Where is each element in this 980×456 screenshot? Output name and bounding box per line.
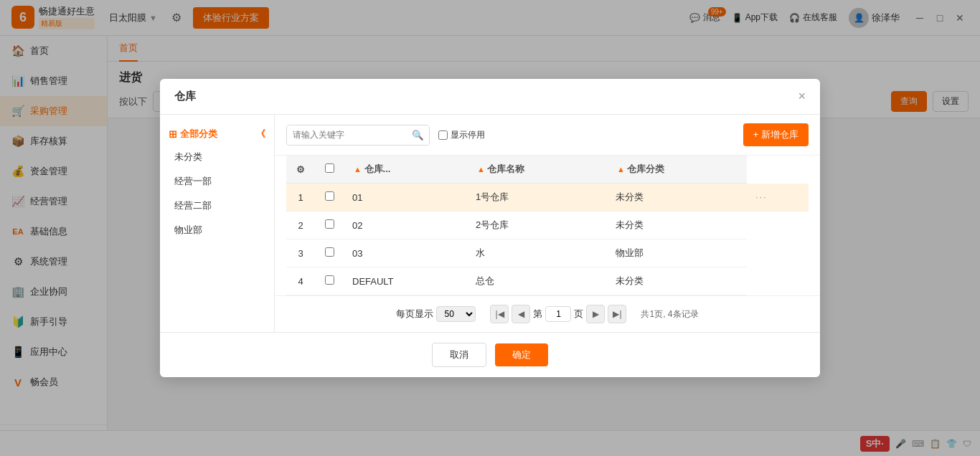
table-row[interactable]: 1 01 1号仓库 未分类 ···	[286, 184, 809, 212]
modal-content-area: 🔍 显示停用 + 新增仓库 ⚙	[275, 115, 820, 332]
col-gear: ⚙	[286, 156, 315, 184]
modal-header: 仓库 ×	[160, 79, 820, 115]
data-table: ⚙ ▲ 仓库... ▲ 仓库名称	[275, 156, 820, 295]
modal-footer: 取消 确定	[160, 332, 820, 377]
col-name: ▲ 仓库名称	[467, 156, 607, 184]
table-row[interactable]: 3 03 水 物业部	[286, 239, 809, 267]
row-category: 未分类	[607, 212, 747, 239]
search-input[interactable]	[287, 125, 406, 144]
row-category: 物业部	[607, 239, 747, 267]
warehouse-modal: 仓库 × ⊞ 全部分类 《 未分类 经营一部 经营二部 物业部	[160, 79, 820, 377]
row-name: 2号仓库	[467, 212, 607, 239]
category-item-business2[interactable]: 经营二部	[160, 194, 274, 218]
row-actions[interactable]: ···	[747, 184, 809, 212]
row-code: 02	[344, 212, 467, 239]
row-category: 未分类	[607, 184, 747, 212]
new-warehouse-button[interactable]: + 新增仓库	[743, 123, 809, 146]
category-item-business1[interactable]: 经营一部	[160, 169, 274, 194]
prev-page-button[interactable]: ◀	[512, 305, 530, 323]
search-box: 🔍	[286, 125, 430, 146]
page-size-selector: 每页显示 50 20 100	[396, 306, 476, 322]
warehouse-table: ⚙ ▲ 仓库... ▲ 仓库名称	[286, 156, 809, 295]
table-row[interactable]: 4 DEFAULT 总仓 未分类	[286, 267, 809, 295]
row-checkbox[interactable]	[315, 212, 344, 239]
row-code: 01	[344, 184, 467, 212]
modal-overlay: 仓库 × ⊞ 全部分类 《 未分类 经营一部 经营二部 物业部	[0, 0, 980, 456]
sort-icon: ▲	[354, 165, 362, 174]
cancel-button[interactable]: 取消	[432, 343, 486, 367]
col-code: ▲ 仓库...	[344, 156, 467, 184]
last-page-button[interactable]: ▶|	[608, 305, 626, 323]
next-page-button[interactable]: ▶	[586, 305, 605, 323]
collapse-icon: 《	[256, 128, 265, 141]
category-sidebar: ⊞ 全部分类 《 未分类 经营一部 经营二部 物业部	[160, 115, 275, 332]
search-button[interactable]: 🔍	[406, 125, 430, 145]
row-checkbox[interactable]	[315, 267, 344, 295]
row-checkbox[interactable]	[315, 184, 344, 212]
modal-title: 仓库	[174, 90, 196, 103]
col-category: ▲ 仓库分类	[607, 156, 747, 184]
show-disabled-check[interactable]	[438, 130, 448, 140]
row-code: 03	[344, 239, 467, 267]
row-name: 总仓	[467, 267, 607, 295]
first-page-button[interactable]: |◀	[490, 305, 509, 323]
select-all-checkbox[interactable]	[325, 163, 334, 173]
confirm-button[interactable]: 确定	[495, 343, 548, 366]
all-categories-header[interactable]: ⊞ 全部分类 《	[160, 123, 274, 145]
row-num: 3	[286, 239, 315, 267]
per-page-label: 每页显示	[396, 308, 433, 320]
row-num: 1	[286, 184, 315, 212]
table-header: ⚙ ▲ 仓库... ▲ 仓库名称	[286, 156, 809, 184]
modal-close-button[interactable]: ×	[798, 89, 806, 104]
modal-toolbar: 🔍 显示停用 + 新增仓库	[275, 115, 820, 156]
category-item-property[interactable]: 物业部	[160, 218, 274, 242]
col-checkbox	[315, 156, 344, 184]
show-disabled-checkbox[interactable]: 显示停用	[438, 129, 485, 141]
all-categories-label: 全部分类	[180, 128, 217, 141]
category-grid-icon: ⊞	[169, 128, 177, 140]
row-category: 未分类	[607, 267, 747, 295]
show-disabled-label: 显示停用	[451, 129, 485, 141]
sort-icon3: ▲	[617, 165, 625, 174]
table-row[interactable]: 2 02 2号仓库 未分类	[286, 212, 809, 239]
page-label: 第	[533, 308, 542, 320]
per-page-select[interactable]: 50 20 100	[436, 306, 476, 322]
pagination: 每页显示 50 20 100 |◀ ◀ 第 页 ▶	[275, 295, 820, 332]
page-unit: 页	[574, 308, 583, 320]
row-num: 2	[286, 212, 315, 239]
row-checkbox[interactable]	[315, 239, 344, 267]
row-name: 1号仓库	[467, 184, 607, 212]
modal-body: ⊞ 全部分类 《 未分类 经营一部 经营二部 物业部 🔍	[160, 115, 820, 332]
category-item-unclassified[interactable]: 未分类	[160, 145, 274, 169]
page-input[interactable]	[545, 306, 571, 322]
sort-icon2: ▲	[477, 165, 485, 174]
row-code: DEFAULT	[344, 267, 467, 295]
row-name: 水	[467, 239, 607, 267]
row-num: 4	[286, 267, 315, 295]
page-total: 共1页, 4条记录	[641, 308, 698, 320]
page-nav: |◀ ◀ 第 页 ▶ ▶|	[490, 305, 626, 323]
table-body: 1 01 1号仓库 未分类 ··· 2 02 2	[286, 184, 809, 295]
